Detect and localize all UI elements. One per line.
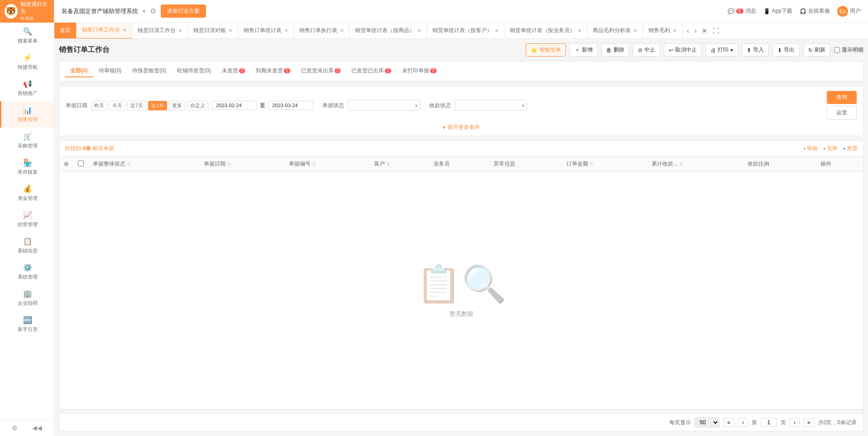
sidebar-item-purchase[interactable]: 🛒 采购管理 bbox=[0, 128, 54, 154]
setting-button[interactable]: 设置 bbox=[827, 106, 857, 120]
cancel-stop-button[interactable]: ↩ 取消中止 bbox=[664, 43, 702, 57]
sidebar-item-finance[interactable]: 💰 资金管理 bbox=[0, 180, 54, 206]
first-page-button[interactable]: « bbox=[723, 418, 734, 427]
sidebar-item-label: 采购管理 bbox=[18, 142, 38, 149]
sidebar-item-marketing[interactable]: 📢 营销推广 bbox=[0, 75, 54, 101]
refresh-button[interactable]: ↻ 刷新 bbox=[803, 43, 830, 57]
sort-icon[interactable]: ⇅ bbox=[227, 161, 230, 166]
filter-tab-shipped-out[interactable]: 已发货已出库0 bbox=[346, 65, 397, 77]
tab-sales-stats[interactable]: 销售订单统计表 ✕ bbox=[238, 23, 294, 39]
smart-generate-button[interactable]: ⭐ 智能生单 bbox=[526, 43, 566, 57]
tab-label: 销售订单执行表 bbox=[299, 27, 337, 34]
sidebar-item-sales[interactable]: 📊 销售管理 bbox=[0, 101, 54, 128]
select-all-checkbox[interactable] bbox=[78, 161, 84, 166]
payment-select[interactable] bbox=[455, 100, 527, 111]
sidebar-item-operations[interactable]: 📈 经营管理 bbox=[0, 206, 54, 232]
tab-close-icon[interactable]: ✕ bbox=[673, 28, 676, 33]
sidebar-item-search[interactable]: 🔍 搜索菜单 bbox=[0, 23, 54, 49]
last-page-button[interactable]: » bbox=[803, 418, 815, 427]
tab-close-icon[interactable]: ✕ bbox=[495, 28, 499, 33]
app-download-action[interactable]: 📱 App下载 bbox=[763, 7, 792, 15]
tab-gross-margin[interactable]: 商品毛利分析表 ✕ bbox=[587, 23, 643, 39]
tab-sales-workbench[interactable]: 销售订单工作台 ✕ bbox=[77, 23, 132, 39]
tab-close-icon[interactable]: ✕ bbox=[229, 28, 232, 33]
filter-tab-wangpu-ship[interactable]: 旺铺待发货(0) bbox=[172, 65, 216, 77]
dropdown-arrow-icon[interactable]: ▾ bbox=[143, 8, 145, 14]
tab-close-icon[interactable]: ✕ bbox=[578, 28, 581, 33]
sidebar-item-system[interactable]: ⚙️ 系统管理 bbox=[0, 259, 54, 285]
today-btn[interactable]: 今天 bbox=[109, 101, 125, 110]
sidebar-item-quick-nav[interactable]: ⚡ 快捷导航 bbox=[0, 49, 54, 75]
prev-page-button[interactable]: ‹ bbox=[738, 418, 748, 427]
tab-close-icon[interactable]: ✕ bbox=[417, 28, 421, 33]
solution-button[interactable]: 体验行业方案 bbox=[161, 5, 206, 18]
col-checkbox[interactable] bbox=[73, 156, 88, 172]
expand-conditions-button[interactable]: ▾ 展开更多条件 bbox=[443, 123, 480, 131]
yesterday-btn[interactable]: 昨天 bbox=[91, 101, 107, 110]
date-from-input[interactable] bbox=[212, 101, 257, 110]
ship-button[interactable]: 发货 bbox=[843, 145, 858, 152]
collapse-icon[interactable]: ◀◀ bbox=[32, 424, 42, 431]
tab-sales-by-customer[interactable]: 销货单统计表（按客户） ✕ bbox=[427, 23, 504, 39]
sort-icon[interactable]: ⇅ bbox=[312, 161, 316, 166]
import-button[interactable]: ⬆ 导入 bbox=[742, 43, 769, 57]
show-detail-label[interactable]: 显示明细 bbox=[834, 46, 863, 54]
page-number-input[interactable] bbox=[761, 418, 777, 427]
filter-tab-all[interactable]: 全部(0) bbox=[65, 65, 93, 77]
tab-home[interactable]: 首页 bbox=[54, 23, 77, 39]
sidebar-item-guide[interactable]: 🆕 新手引导 bbox=[0, 311, 54, 337]
tab-close-icon[interactable]: ✕ bbox=[340, 28, 344, 33]
query-button[interactable]: 查询 bbox=[827, 91, 857, 104]
delete-button[interactable]: 🗑 删除 bbox=[601, 43, 629, 57]
col-settings[interactable]: ⚙ bbox=[59, 156, 73, 172]
more-btn[interactable]: 更多 bbox=[169, 101, 185, 110]
withdraw-button[interactable]: 充审 bbox=[823, 145, 838, 152]
next-page-button[interactable]: › bbox=[790, 418, 800, 427]
tab-close-icon[interactable]: ✕ bbox=[123, 28, 126, 33]
tab-sales-exec[interactable]: 销售订单执行表 ✕ bbox=[294, 23, 350, 39]
print-button[interactable]: 🖨 打印 ▾ bbox=[705, 43, 738, 57]
tab-nav-next-icon[interactable]: › bbox=[693, 26, 699, 35]
tab-close-all-icon[interactable]: ✕ bbox=[700, 26, 709, 35]
audit-button[interactable]: 审核 bbox=[803, 145, 818, 152]
stop-button[interactable]: ⊘ 中止 bbox=[633, 43, 660, 57]
filter-tab-pending-review[interactable]: 待审核(0) bbox=[93, 65, 127, 77]
horizontal-scrollbar[interactable] bbox=[59, 409, 863, 413]
filter-tab-pending-inspect[interactable]: 待拣货验货(0) bbox=[127, 65, 172, 77]
sort-icon[interactable]: ⇅ bbox=[386, 161, 390, 166]
tab-close-icon[interactable]: ✕ bbox=[633, 28, 637, 33]
message-action[interactable]: 💬 6 消息 bbox=[728, 7, 756, 15]
tab-cash-reconcile[interactable]: 钱货日清对账 ✕ bbox=[188, 23, 238, 39]
tab-sales-by-staff[interactable]: 销货单统计表（按业务员） ✕ bbox=[504, 23, 587, 39]
show-detail-checkbox[interactable] bbox=[834, 47, 840, 53]
filter-tab-unprinted[interactable]: 未打印单据0 bbox=[397, 65, 442, 77]
tab-cash-daily[interactable]: 钱货日清工作台 ✕ bbox=[132, 23, 188, 39]
status-select[interactable] bbox=[348, 100, 420, 111]
sort-icon[interactable]: ⇅ bbox=[679, 161, 683, 166]
export-button[interactable]: ⬇ 导出 bbox=[772, 43, 800, 57]
last-month-btn[interactable]: 近1月 bbox=[148, 101, 167, 110]
filter-tab-unshipped[interactable]: 未发货0 bbox=[216, 65, 251, 77]
tab-maximize-icon[interactable]: ⛶ bbox=[711, 26, 721, 35]
sidebar-item-enterprise[interactable]: 🏢 企业协同 bbox=[0, 285, 54, 311]
tab-close-icon[interactable]: ✕ bbox=[284, 28, 288, 33]
sort-icon[interactable]: ⇅ bbox=[127, 161, 130, 166]
tab-sales-by-product[interactable]: 销货单统计表（按商品） ✕ bbox=[350, 23, 427, 39]
tab-close-icon[interactable]: ✕ bbox=[178, 28, 182, 33]
sidebar-item-basic-info[interactable]: 📋 基础信息 bbox=[0, 232, 54, 259]
add-button[interactable]: ＋ 新增 bbox=[570, 43, 598, 57]
topbar-settings-icon[interactable]: ⚙ bbox=[150, 7, 156, 15]
custom-btn[interactable]: 自定义 bbox=[187, 101, 208, 110]
user-action[interactable]: Ea 用户 bbox=[837, 6, 861, 17]
sidebar-item-inventory[interactable]: 🏪 库存核算 bbox=[0, 154, 54, 180]
filter-tab-shipped-not-out[interactable]: 已发货未出库0 bbox=[296, 65, 346, 77]
online-service-action[interactable]: 🎧 在线客服 bbox=[800, 7, 830, 15]
filter-tab-overdue-unshipped[interactable]: 到期未发货0 bbox=[250, 65, 296, 77]
tab-sales-profit[interactable]: 销售毛利 ✕ bbox=[643, 23, 682, 39]
tab-nav-prev-icon[interactable]: ‹ bbox=[685, 26, 691, 35]
settings-gear-icon[interactable]: ⚙ bbox=[12, 424, 18, 431]
page-size-select[interactable]: 10 20 50 100 bbox=[695, 417, 719, 427]
last7-btn[interactable]: 近7天 bbox=[127, 101, 146, 110]
sort-icon[interactable]: ⇅ bbox=[590, 161, 593, 166]
date-to-input[interactable] bbox=[268, 101, 313, 110]
